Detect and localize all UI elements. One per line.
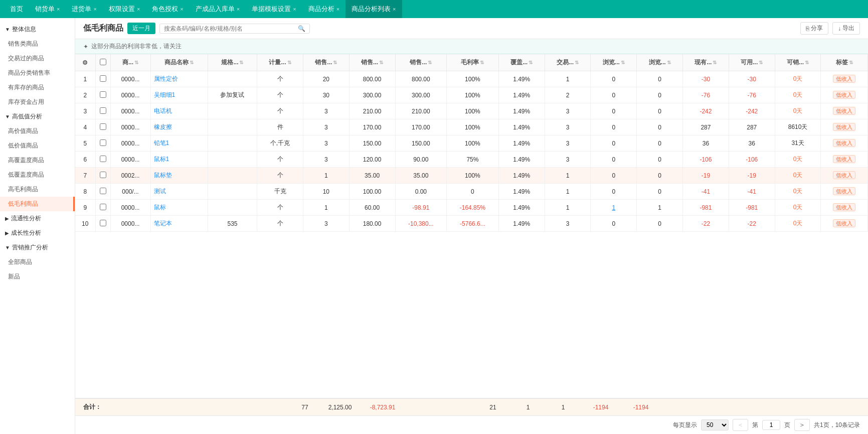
row-sellable: 0天 (775, 152, 821, 168)
row-select-checkbox[interactable] (100, 188, 106, 194)
select-all-checkbox[interactable] (100, 59, 106, 65)
row-select-checkbox[interactable] (100, 204, 106, 210)
row-name[interactable]: 铅笔1 (150, 135, 208, 152)
row-select-checkbox[interactable] (100, 220, 106, 226)
row-checkbox[interactable] (95, 87, 110, 103)
nav-product-analysis-list[interactable]: 商品分析列表 × (345, 0, 402, 18)
sidebar-item-low-coverage[interactable]: 低覆盖度商品 (0, 168, 75, 182)
sidebar-item-low-value[interactable]: 低价值商品 (0, 138, 75, 153)
sidebar-item-traded-goods[interactable]: 交易过的商品 (0, 51, 75, 66)
nav-product-analysis[interactable]: 商品分析 × (302, 0, 345, 18)
row-tag: 低收入 (821, 184, 868, 200)
sidebar-item-sales-goods[interactable]: 销售类商品 (0, 37, 75, 51)
share-button[interactable]: ⎘ 分享 (800, 22, 828, 35)
nav-sales-order[interactable]: 销货单 × (29, 0, 66, 18)
row-view2: 0 (637, 168, 683, 184)
search-input[interactable] (164, 25, 298, 32)
close-icon[interactable]: × (237, 6, 240, 12)
nav-role[interactable]: 角色授权 × (146, 0, 189, 18)
sidebar-item-high-value[interactable]: 高价值商品 (0, 124, 75, 138)
sidebar-item-category-sales-rate[interactable]: 商品分类销售率 (0, 66, 75, 80)
close-icon[interactable]: × (137, 6, 140, 12)
row-checkbox[interactable] (95, 103, 110, 119)
close-icon[interactable]: × (180, 6, 183, 12)
row-name[interactable]: 鼠标1 (150, 152, 208, 168)
row-current-stock: -242 (683, 103, 729, 119)
row-checkbox[interactable] (95, 168, 110, 184)
nav-template[interactable]: 单据模板设置 × (246, 0, 302, 18)
sidebar-item-high-coverage[interactable]: 高覆盖度商品 (0, 153, 75, 168)
row-checkbox[interactable] (95, 135, 110, 152)
next-page-button[interactable]: ＞ (794, 419, 810, 431)
prev-page-button[interactable]: ＜ (733, 419, 748, 431)
sidebar-section-flow[interactable]: ▶ 流通性分析 (0, 211, 75, 226)
row-index: 2 (75, 87, 95, 103)
row-gross-margin: -164.85% (447, 200, 499, 216)
sidebar-section-value-analysis[interactable]: ▼ 高低值分析 (0, 109, 75, 124)
row-name[interactable]: 橡皮擦 (150, 119, 208, 135)
row-name[interactable]: 鼠标 (150, 200, 208, 216)
close-icon[interactable]: × (336, 6, 339, 12)
nav-product-stock[interactable]: 产成品入库单 × (190, 0, 246, 18)
sidebar-item-all-goods[interactable]: 全部商品 (0, 255, 75, 269)
sidebar-section-overall[interactable]: ▼ 整体信息 (0, 22, 75, 37)
nav-permission[interactable]: 权限设置 × (103, 0, 146, 18)
row-code: 000/... (110, 184, 150, 200)
sidebar-item-low-gross[interactable]: 低毛利商品 (0, 197, 75, 211)
sidebar-item-new-goods[interactable]: 新品 (0, 269, 75, 284)
filter-button[interactable]: 近一月 (127, 23, 155, 34)
row-name[interactable]: 吴细细1 (150, 87, 208, 103)
row-name[interactable]: 鼠标垫 (150, 168, 208, 184)
sidebar-item-high-gross[interactable]: 高毛利商品 (0, 182, 75, 197)
row-name[interactable]: 测试 (150, 184, 208, 200)
th-unit: 计量...⇅ (257, 54, 303, 71)
page-number-input[interactable] (762, 420, 780, 430)
row-name[interactable]: 电话机 (150, 103, 208, 119)
row-select-checkbox[interactable] (100, 75, 106, 82)
row-checkbox[interactable] (95, 152, 110, 168)
close-icon[interactable]: × (57, 6, 60, 12)
row-select-checkbox[interactable] (100, 156, 106, 162)
row-select-checkbox[interactable] (100, 107, 106, 114)
row-select-checkbox[interactable] (100, 123, 106, 130)
sidebar-item-stock-capital[interactable]: 库存资金占用 (0, 95, 75, 109)
page-header: 低毛利商品 近一月 🔍 ⎘ 分享 ↓ 导出 (75, 18, 868, 39)
th-settings[interactable]: ⚙ (75, 54, 95, 71)
row-checkbox[interactable] (95, 184, 110, 200)
row-checkbox[interactable] (95, 200, 110, 216)
warning-icon: ✦ (83, 43, 88, 50)
row-checkbox[interactable] (95, 216, 110, 232)
row-view1[interactable]: 1 (591, 200, 637, 216)
tag-badge: 低收入 (833, 187, 855, 195)
row-gross-margin: 100% (447, 168, 499, 184)
row-tag: 低收入 (821, 71, 868, 87)
row-select-checkbox[interactable] (100, 172, 106, 178)
close-icon[interactable]: × (293, 6, 296, 12)
row-name[interactable]: 属性定价 (150, 71, 208, 87)
row-checkbox[interactable] (95, 119, 110, 135)
table-row: 2 0000... 吴细细1 参加复试 个 30 300.00 300.00 1… (75, 87, 868, 103)
sidebar-section-growth[interactable]: ▶ 成长性分析 (0, 226, 75, 240)
row-select-checkbox[interactable] (100, 91, 106, 98)
search-icon[interactable]: 🔍 (298, 25, 305, 32)
row-sellable: 31天 (775, 135, 821, 152)
sidebar-section-marketing[interactable]: ▼ 营销推广分析 (0, 240, 75, 255)
export-button[interactable]: ↓ 导出 (832, 22, 860, 35)
row-index: 5 (75, 135, 95, 152)
per-page-select[interactable]: 50 100 200 (701, 419, 729, 430)
nav-home[interactable]: 首页 (4, 0, 29, 18)
row-unit: 千克 (257, 184, 303, 200)
row-available: -242 (729, 103, 775, 119)
nav-purchase-order[interactable]: 进货单 × (66, 0, 102, 18)
row-trade-count: 1 (545, 168, 591, 184)
row-checkbox[interactable] (95, 71, 110, 87)
th-name: 商品名称⇅ (150, 54, 208, 71)
row-name[interactable]: 笔记本 (150, 216, 208, 232)
row-view1: 0 (591, 71, 637, 87)
sidebar-item-in-stock-goods[interactable]: 有库存的商品 (0, 80, 75, 95)
close-icon[interactable]: × (93, 6, 96, 12)
row-select-checkbox[interactable] (100, 139, 106, 146)
close-icon[interactable]: × (393, 6, 396, 12)
th-sellable: 可销...⇅ (775, 54, 821, 71)
row-spec: 535 (208, 216, 257, 232)
